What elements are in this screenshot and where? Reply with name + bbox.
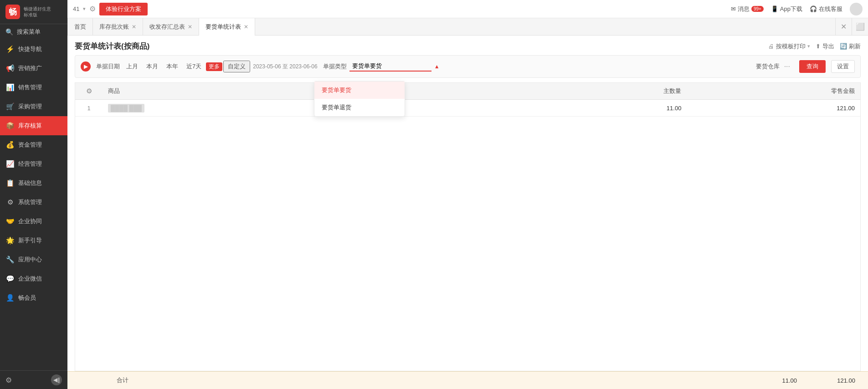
- table-settings-icon[interactable]: ⚙: [86, 87, 92, 95]
- table-col-amount: 零售金额: [687, 83, 860, 100]
- tab-close-all-btn[interactable]: ✕: [835, 18, 852, 36]
- print-template-btn[interactable]: 🖨 按模板打印 ▾: [768, 42, 810, 51]
- sidebar-item-operations[interactable]: 📈经营管理: [0, 154, 67, 174]
- filter-warehouse-section: 要货仓库 ···: [756, 62, 790, 71]
- summary-amount: 121.00: [808, 377, 863, 384]
- filter-warehouse-label: 要货仓库: [756, 62, 780, 71]
- sidebar-settings-icon[interactable]: ⚙: [5, 376, 12, 384]
- top-header: 41 ▾ ⚙ 体验行业方案 ✉ 消息 99+ 📱 App下载 🎧 在线客服: [67, 0, 868, 18]
- page-content: 要货单统计表(按商品) 🖨 按模板打印 ▾ ⬆ 导出 🔄 刷新 ▶: [67, 36, 868, 389]
- user-avatar[interactable]: [850, 3, 863, 15]
- main-area: 41 ▾ ⚙ 体验行业方案 ✉ 消息 99+ 📱 App下载 🎧 在线客服 首页…: [67, 0, 868, 389]
- type-dropdown-menu: 要货单要货 要货单退货: [314, 81, 405, 117]
- filter-date-value: 2023-05-06 至 2023-06-06: [253, 63, 317, 71]
- sidebar-item-app-center[interactable]: 🔧应用中心: [0, 250, 67, 269]
- logo-text: 畅捷通好生意 标准版: [24, 6, 51, 18]
- sidebar-item-sales[interactable]: 📊销售管理: [0, 78, 67, 97]
- sidebar-collapse-btn[interactable]: ◀‖: [51, 374, 62, 385]
- filter-type-label: 单据类型: [323, 62, 347, 71]
- filter-last-7days-btn[interactable]: 近7天: [183, 61, 205, 72]
- export-btn[interactable]: ⬆ 导出: [816, 42, 834, 51]
- nav-icon-enterprise: 🤝: [5, 217, 15, 226]
- tab-label-receive-summary: 收发存汇总表: [149, 23, 185, 31]
- header-right: ✉ 消息 99+ 📱 App下载 🎧 在线客服: [731, 3, 863, 15]
- filter-type-input[interactable]: [349, 62, 431, 72]
- sidebar-item-guide[interactable]: 🌟新手引导: [0, 231, 67, 250]
- nav-label-finance: 资金管理: [18, 141, 42, 149]
- sidebar-item-basic-info[interactable]: 📋基础信息: [0, 174, 67, 193]
- messages-badge: 99+: [751, 6, 764, 12]
- search-icon: 🔍: [5, 28, 13, 36]
- table-col-product: 商品: [103, 83, 340, 100]
- filter-last-month-btn[interactable]: 上月: [123, 61, 142, 72]
- data-table: ⚙ 商品 主计量单位 主数量 零售金额 1 ████ ███ 块 11.00 1…: [75, 83, 860, 117]
- tab-close-receive-summary[interactable]: ✕: [188, 24, 192, 30]
- filter-more-badge[interactable]: 更多: [206, 62, 222, 71]
- trial-button[interactable]: 体验行业方案: [99, 3, 148, 15]
- filter-type-dropdown-icon[interactable]: ▲: [434, 63, 440, 70]
- tab-inventory-batch[interactable]: 库存批次账✕: [93, 18, 143, 36]
- sidebar-item-purchase[interactable]: 🛒采购管理: [0, 97, 67, 116]
- messages-action[interactable]: ✉ 消息 99+: [731, 5, 764, 13]
- sidebar-search[interactable]: 🔍 搜索菜单: [0, 24, 67, 40]
- sidebar-item-member[interactable]: 👤畅会员: [0, 288, 67, 307]
- tab-bar-actions: ✕ ⬜: [835, 18, 868, 36]
- online-service-action[interactable]: 🎧 在线客服: [810, 5, 842, 13]
- nav-label-wechat: 企业微信: [18, 275, 42, 283]
- summary-row: 合计 11.00 121.00: [67, 371, 868, 389]
- breadcrumb-num: 41: [73, 5, 79, 12]
- dropdown-item-order-goods[interactable]: 要货单要货: [314, 82, 405, 99]
- dropdown-item-order-return[interactable]: 要货单退货: [314, 99, 405, 116]
- nav-label-purchase: 采购管理: [18, 102, 42, 111]
- sidebar-item-wechat[interactable]: 💬企业微信: [0, 269, 67, 288]
- sidebar-item-inventory[interactable]: 📦库存核算: [0, 116, 67, 135]
- app-download-action[interactable]: 📱 App下载: [771, 5, 802, 13]
- sidebar-logo: 畅 畅捷通好生意 标准版: [0, 0, 67, 24]
- cell-amount: 121.00: [687, 100, 860, 117]
- tab-close-inventory-batch[interactable]: ✕: [132, 24, 136, 30]
- page-title: 要货单统计表(按商品): [75, 41, 149, 51]
- nav-icon-app-center: 🔧: [5, 255, 15, 264]
- nav-label-member: 畅会员: [18, 294, 36, 302]
- filter-custom-btn[interactable]: 自定义: [223, 61, 250, 72]
- sidebar-item-quick-nav[interactable]: ⚡快捷导航: [0, 40, 67, 59]
- refresh-btn[interactable]: 🔄 刷新: [840, 42, 861, 51]
- filter-settings-btn[interactable]: 设置: [831, 60, 855, 73]
- header-settings-icon[interactable]: ⚙: [89, 5, 96, 13]
- tab-order-summary[interactable]: 要货单统计表✕: [199, 18, 255, 36]
- sidebar-nav: ⚡快捷导航📢营销推广📊销售管理🛒采购管理📦库存核算💰资金管理📈经营管理📋基础信息…: [0, 40, 67, 370]
- table-col-quantity: 主数量: [543, 83, 687, 100]
- nav-icon-wechat: 💬: [5, 274, 15, 283]
- nav-label-app-center: 应用中心: [18, 256, 42, 264]
- filter-expand-btn[interactable]: ▶: [81, 61, 91, 72]
- nav-label-basic-info: 基础信息: [18, 179, 42, 187]
- sidebar-item-finance[interactable]: 💰资金管理: [0, 135, 67, 154]
- sidebar-item-enterprise[interactable]: 🤝企业协同: [0, 212, 67, 231]
- nav-icon-guide: 🌟: [5, 236, 15, 245]
- filter-this-year-btn[interactable]: 本年: [163, 61, 182, 72]
- tab-receive-summary[interactable]: 收发存汇总表✕: [143, 18, 199, 36]
- filter-warehouse-more-btn[interactable]: ···: [784, 62, 790, 71]
- table-col-settings: ⚙: [75, 83, 103, 100]
- filter-type-section: 单据类型 ▲ 要货单要货 要货单退货: [323, 62, 750, 72]
- messages-icon: ✉: [731, 5, 736, 12]
- tab-home[interactable]: 首页: [67, 18, 93, 36]
- sidebar-item-marketing[interactable]: 📢营销推广: [0, 59, 67, 78]
- sidebar-item-system[interactable]: ⚙系统管理: [0, 193, 67, 212]
- filter-bar: ▶ 单据日期 上月 本月 本年 近7天 更多 自定义 2023-05-06 至 …: [75, 55, 861, 78]
- tab-close-order-summary[interactable]: ✕: [244, 24, 248, 30]
- nav-label-inventory: 库存核算: [18, 122, 42, 130]
- print-icon: 🖨: [768, 43, 774, 50]
- nav-label-marketing: 营销推广: [18, 64, 42, 72]
- tab-maximize-btn[interactable]: ⬜: [852, 18, 868, 36]
- filter-date-buttons: 上月 本月 本年 近7天 更多 自定义: [123, 61, 250, 72]
- nav-icon-marketing: 📢: [5, 64, 15, 73]
- header-left: 41 ▾ ⚙ 体验行业方案: [73, 3, 148, 15]
- sidebar-bottom: ⚙ ◀‖: [0, 370, 67, 389]
- filter-this-month-btn[interactable]: 本月: [143, 61, 162, 72]
- breadcrumb-dropdown-arrow[interactable]: ▾: [83, 6, 86, 12]
- filter-query-btn[interactable]: 查询: [799, 60, 826, 73]
- nav-icon-basic-info: 📋: [5, 179, 15, 188]
- nav-icon-member: 👤: [5, 293, 15, 302]
- nav-icon-inventory: 📦: [5, 121, 15, 130]
